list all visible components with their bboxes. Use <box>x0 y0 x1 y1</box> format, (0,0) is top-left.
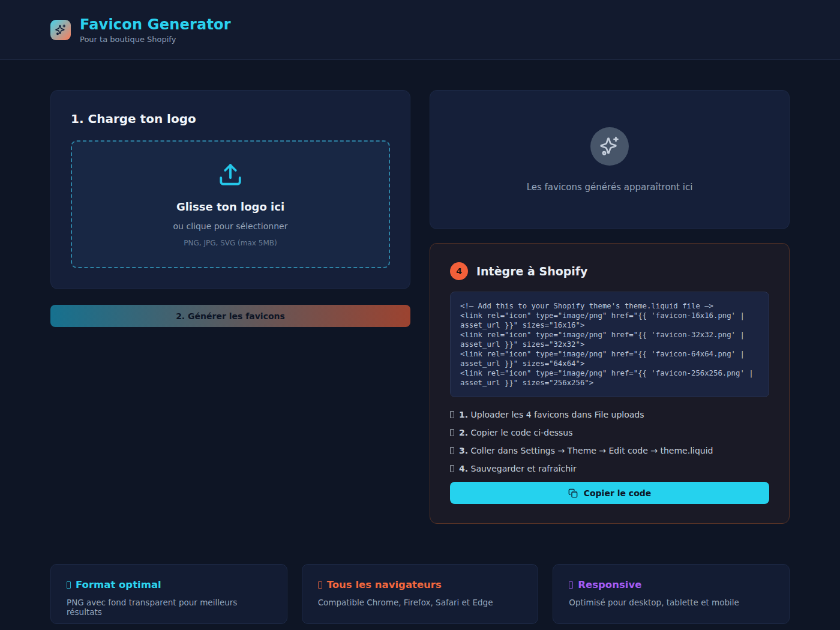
missing-glyph-icon <box>67 581 71 589</box>
sparkles-icon <box>599 136 620 157</box>
feature-card: ResponsiveOptimisé pour desktop, tablett… <box>553 564 790 624</box>
shopify-panel-title: Intègre à Shopify <box>476 265 588 278</box>
preview-placeholder-text: Les favicons générés apparaîtront ici <box>527 182 693 193</box>
integration-step: 4. Sauvegarder et rafraîchir <box>450 464 769 473</box>
dropzone-title: Glisse ton logo ici <box>176 200 284 213</box>
missing-glyph-icon <box>450 429 454 436</box>
sparkles-icon <box>55 24 67 36</box>
app-header: Favicon Generator Pour ta boutique Shopi… <box>0 0 840 60</box>
integration-step: 1. Uploader les 4 favicons dans File upl… <box>450 410 769 419</box>
right-column: Les favicons générés apparaîtront ici 4 … <box>430 90 790 524</box>
feature-cards-row: Format optimalPNG avec fond transparent … <box>50 564 790 624</box>
missing-glyph-icon <box>318 581 322 589</box>
upload-icon <box>218 162 243 187</box>
feature-description: PNG avec fond transparent pour meilleurs… <box>67 598 271 617</box>
shopify-integration-panel: 4 Intègre à Shopify <!— Add this to your… <box>430 243 790 524</box>
copy-code-label: Copier le code <box>584 488 652 498</box>
feature-title: Format optimal <box>67 579 271 590</box>
integration-step: 3. Coller dans Settings → Theme → Edit c… <box>450 446 769 455</box>
feature-description: Optimisé pour desktop, tablette et mobil… <box>569 598 773 607</box>
integration-step: 2. Copier le code ci-dessus <box>450 428 769 437</box>
feature-card: Tous les navigateursCompatible Chrome, F… <box>302 564 539 624</box>
missing-glyph-icon <box>450 465 454 472</box>
app-logo <box>50 20 71 40</box>
copy-code-button[interactable]: Copier le code <box>450 482 769 504</box>
upload-step-title: 1. Charge ton logo <box>71 112 390 126</box>
missing-glyph-icon <box>450 411 454 418</box>
generate-favicons-button[interactable]: 2. Générer les favicons <box>50 305 410 327</box>
missing-glyph-icon <box>569 581 573 589</box>
preview-placeholder-circle <box>590 127 629 166</box>
step-number-badge: 4 <box>450 262 468 280</box>
feature-title: Tous les navigateurs <box>318 579 523 590</box>
preview-card: Les favicons générés apparaîtront ici <box>430 90 790 229</box>
page-subtitle: Pour ta boutique Shopify <box>80 35 231 44</box>
dropzone-formats: PNG, JPG, SVG (max 5MB) <box>184 239 277 247</box>
logo-dropzone[interactable]: Glisse ton logo ici ou clique pour sélec… <box>71 140 390 268</box>
missing-glyph-icon <box>450 447 454 454</box>
upload-card: 1. Charge ton logo Glisse ton logo ici o… <box>50 90 410 289</box>
integration-steps: 1. Uploader les 4 favicons dans File upl… <box>450 410 769 473</box>
page-title: Favicon Generator <box>80 16 231 33</box>
dropzone-subtitle: ou clique pour sélectionner <box>173 221 288 231</box>
copy-icon <box>568 488 578 498</box>
feature-card: Format optimalPNG avec fond transparent … <box>50 564 287 624</box>
left-column: 1. Charge ton logo Glisse ton logo ici o… <box>50 90 410 327</box>
feature-title: Responsive <box>569 579 773 590</box>
feature-description: Compatible Chrome, Firefox, Safari et Ed… <box>318 598 523 607</box>
code-block: <!— Add this to your Shopify theme's the… <box>450 292 769 397</box>
